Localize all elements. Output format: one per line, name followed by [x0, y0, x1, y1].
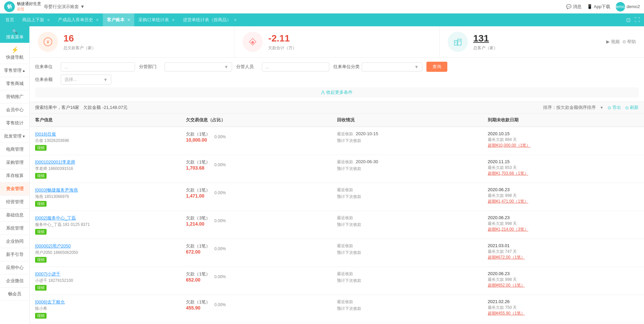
video-icon: ▶	[606, 39, 610, 44]
due-date: 2020.06.23	[488, 187, 639, 192]
sidebar-item-batch-mgmt[interactable]: 批发管理 ▼	[0, 130, 29, 143]
sidebar-item-base-info[interactable]: 基础信息	[0, 209, 29, 222]
close-icon[interactable]: ✕	[127, 18, 130, 22]
sidebar-item-enterprise[interactable]: 企业协同	[0, 235, 29, 248]
nav-expand-btn[interactable]: ⛶	[633, 17, 641, 23]
overdue-link[interactable]: 超期¥455.90（1笔）	[488, 311, 639, 316]
sidebar-item-app-center[interactable]: 应用中心	[0, 261, 29, 274]
sidebar-item-quick-nav[interactable]: ⚡ 快捷导航	[0, 43, 29, 64]
customer-name[interactable]: [0002]服务中心_丁磊	[35, 215, 186, 221]
sidebar-item-retail-mall[interactable]: 零售商城	[0, 77, 29, 90]
tab-purchase-stats[interactable]: 进货单统计表（按商品） ✕	[179, 13, 241, 26]
app-download-btn[interactable]: 📱 App下载	[587, 4, 610, 10]
refresh-icon: ⊙	[625, 105, 629, 110]
customer-info-cell: [0003]畅捷服务尹海燕 海燕 18513066976 现销	[35, 187, 186, 207]
close-icon[interactable]: ✕	[47, 18, 50, 22]
table-row: [0016]吕俊 吕俊 13026203696 现销 欠款（1笔） 10,000…	[30, 127, 644, 155]
search-button[interactable]: 查询	[426, 62, 447, 72]
stat-total-label: 总客户（家）	[473, 45, 498, 51]
sidebar-item-vip[interactable]: 畅会员	[0, 288, 29, 301]
sidebar-item-member-center[interactable]: 会员中心	[0, 104, 29, 117]
customer-name[interactable]: [0007]小进千	[35, 271, 186, 277]
tab-customer-account[interactable]: 客户账本 ✕	[103, 13, 134, 26]
collection-row-2: 预计下次收款	[337, 138, 488, 144]
overdue-link[interactable]: 超期¥1,471.00（1笔）	[488, 199, 639, 204]
close-icon[interactable]: ✕	[172, 18, 175, 22]
close-icon[interactable]: ✕	[234, 18, 237, 22]
sort-chevron-icon[interactable]: ▼	[600, 106, 604, 110]
dept-input[interactable]: ▼	[165, 62, 232, 71]
sidebar-item-retail-mgmt[interactable]: 零售管理 ▲	[0, 64, 29, 77]
customer-tag: 现销	[35, 145, 47, 151]
sidebar-item-ops-mgmt[interactable]: 经营管理	[0, 196, 29, 209]
nav-restore-btn[interactable]: ⊡	[625, 17, 632, 23]
collapse-button[interactable]: ⋀ 收起更多条件	[35, 87, 639, 97]
customer-name[interactable]: [0001020001]李老师	[35, 159, 186, 165]
customer-name[interactable]: [000002]用户2050	[35, 243, 186, 249]
export-icon: ⊙	[608, 105, 611, 110]
close-icon[interactable]: ✕	[96, 18, 99, 22]
debt-ratio: 0.00%	[214, 274, 226, 279]
debt-detail: 欠款（1笔） 672.00	[186, 243, 210, 255]
source-type-input[interactable]: ▼	[362, 62, 422, 71]
message-icon: 💬	[566, 4, 571, 9]
last-collection-label: 最近收款	[337, 299, 353, 305]
filter-person: 分管人员 ...	[236, 62, 329, 71]
sidebar-item-finance[interactable]: 资金管理	[0, 182, 29, 196]
col-header-debt: 欠交易信息（占比）	[186, 117, 337, 123]
customer-tag: 现销	[35, 285, 47, 291]
due-date-cell: 2020.10.15 最长欠款 884 天 超期¥10,000.00（1笔）	[488, 131, 639, 148]
tab-purchase-order[interactable]: 采购订单统计表 ✕	[134, 13, 179, 26]
debt-ratio: 0.00%	[214, 246, 226, 251]
overdue-link[interactable]: 超期¥672.00（1笔）	[488, 255, 639, 260]
sidebar-item-guide[interactable]: 新手引导	[0, 248, 29, 261]
overdue-link[interactable]: 超期¥1,703.68（1笔）	[488, 171, 639, 176]
customer-name[interactable]: [0003]畅捷服务尹海燕	[35, 187, 186, 193]
collection-row-1: 最近收款	[337, 187, 488, 193]
view-link[interactable]: ▶ 视频	[606, 39, 619, 45]
tab-home[interactable]: 首页	[1, 13, 18, 26]
overdue-link[interactable]: 超期¥652.00（1笔）	[488, 283, 639, 288]
topbar-left: 畅 畅捷通好生意 示范 母婴行业演示账套 ▼	[4, 1, 85, 12]
help-link[interactable]: ⊙ 帮助	[622, 39, 636, 45]
export-btn[interactable]: ⊙ 导出	[608, 105, 621, 111]
sidebar-item-system[interactable]: 系统管理	[0, 222, 29, 235]
sidebar-item-wechat[interactable]: 企业微信	[0, 274, 29, 288]
customer-name[interactable]: [0006]去下粮仓	[35, 299, 186, 305]
sidebar-item-member-center-label: 会员中心	[0, 107, 29, 113]
user-area[interactable]: demo2 demo2	[616, 2, 640, 11]
last-collection-label: 最近收款	[337, 271, 353, 277]
sidebar-item-retail-stats[interactable]: 零售统计	[0, 117, 29, 130]
sidebar-search-btn[interactable]: 🔍 搜索菜单	[0, 26, 29, 43]
person-input[interactable]: ...	[262, 62, 329, 71]
sidebar-item-ecommerce[interactable]: 电商管理	[0, 143, 29, 156]
sidebar-item-ecommerce-label: 电商管理	[0, 146, 29, 152]
sidebar-item-marketing[interactable]: 营销推广	[0, 90, 29, 104]
collection-row-1: 最近收款 2020-06-30	[337, 159, 488, 165]
collection-cell: 最近收款 预计下次收款	[337, 215, 488, 229]
table-header: 客户信息 欠交易信息（占比） 回收情况 到期未收款日期	[30, 114, 644, 127]
chevron-down-icon-balance: ▼	[103, 77, 108, 82]
due-date: 2020.11.15	[488, 159, 639, 164]
avatar: demo2	[616, 2, 625, 11]
customer-contact: 吕俊 13026203696	[35, 138, 186, 144]
collection-cell: 最近收款 2020-10-15 预计下次收款	[337, 131, 488, 145]
refresh-btn[interactable]: ⊙ 刷新	[625, 105, 639, 111]
collection-row-2: 预计下次收款	[337, 278, 488, 284]
overdue-link[interactable]: 超期¥1,214.00（3笔）	[488, 227, 639, 232]
result-summary: 搜索结果中，客户16家	[35, 105, 79, 111]
customer-info-cell: [0007]小进千 小进千 18279152100 现销	[35, 271, 186, 291]
svg-text:◆: ◆	[251, 39, 254, 45]
sidebar-item-inventory[interactable]: 库存核算	[0, 169, 29, 182]
overdue-link[interactable]: 超期¥10,000.00（1笔）	[488, 143, 639, 148]
customer-name[interactable]: [0016]吕俊	[35, 131, 186, 137]
filter-row-1: 往来单位 ... 分管部门 ▼ 分管人员 ...	[35, 62, 639, 72]
balance-input[interactable]: 选择... ▼	[61, 75, 111, 85]
tab-product-offline[interactable]: 商品上下架 ✕	[18, 13, 54, 26]
sidebar-item-purchase-mgmt[interactable]: 采购管理	[0, 156, 29, 169]
tab-produce-history[interactable]: 产成品入库单历史 ✕	[54, 13, 103, 26]
customer-contact: 陈小希	[35, 306, 186, 312]
message-btn[interactable]: 💬 消息	[566, 4, 582, 10]
source-unit-input[interactable]: ...	[61, 62, 135, 71]
sidebar-item-retail-mall-label: 零售商城	[0, 81, 29, 87]
